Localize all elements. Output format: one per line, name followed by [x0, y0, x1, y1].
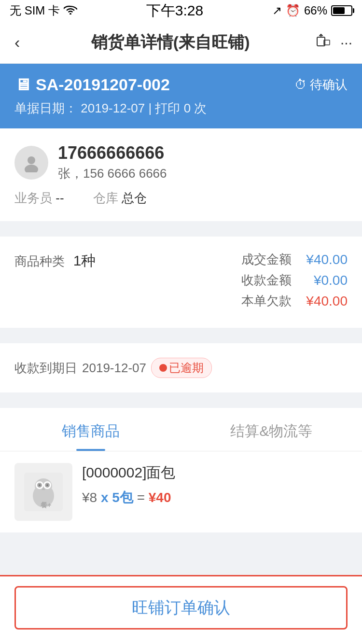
summary-card: 商品种类 1种 成交金额 ¥40.00 收款金额 ¥0.00 本单欠款 ¥40.…: [0, 237, 362, 328]
status-clock-icon: ⏱: [294, 77, 307, 92]
status-text: 待确认: [310, 76, 348, 93]
product-info: [0000002]面包 ¥8 x 5包 = ¥40: [82, 463, 348, 507]
location-icon: ↗: [272, 4, 282, 17]
owed-row: 本单欠款 ¥40.00: [241, 293, 348, 309]
battery-percent: 66%: [304, 4, 327, 17]
overdue-dot-icon: [159, 364, 167, 372]
tab-products[interactable]: 销售商品: [0, 408, 181, 451]
amount-row: 成交金额 ¥40.00: [241, 251, 348, 268]
svg-point-11: [39, 484, 41, 486]
svg-text:餐+: 餐+: [41, 501, 51, 509]
product-total: ¥40: [149, 490, 171, 505]
due-date-row: 收款到期日 2019-12-07 已逾期: [14, 358, 348, 378]
order-id: 🖥 SA-20191207-002: [14, 75, 170, 94]
tabs: 销售商品 结算&物流等: [0, 408, 362, 451]
confirm-btn-wrap: 旺铺订单确认: [0, 575, 362, 644]
customer-phone: 17666666666: [58, 143, 167, 163]
salesperson-field: 业务员 --: [14, 190, 64, 207]
multiply-sign: x: [101, 490, 109, 505]
divider-1: [0, 229, 362, 237]
alarm-icon: ⏰: [286, 4, 300, 17]
amounts-block: 成交金额 ¥40.00 收款金额 ¥0.00 本单欠款 ¥40.00: [241, 251, 348, 313]
divider-3: [0, 400, 362, 408]
due-date-card: 收款到期日 2019-12-07 已逾期: [0, 343, 362, 392]
confirm-button[interactable]: 旺铺订单确认: [14, 586, 348, 630]
customer-name: 张，156 6666 6666: [58, 165, 167, 182]
order-header: 🖥 SA-20191207-002 ⏱ 待确认 单据日期： 2019-12-07…: [0, 64, 362, 128]
back-button[interactable]: ‹: [10, 28, 25, 56]
product-type-field: 商品种类 1种: [14, 251, 96, 271]
product-price: ¥8 x 5包 = ¥40: [82, 489, 348, 507]
product-item: 餐+ [0000002]面包 ¥8 x 5包 = ¥40: [0, 451, 362, 532]
status-time: 下午3:28: [146, 1, 203, 21]
customer-card: 17666666666 张，156 6666 6666 业务员 -- 仓库 总仓: [0, 128, 362, 221]
svg-point-12: [46, 484, 48, 486]
customer-meta: 业务员 -- 仓库 总仓: [14, 190, 348, 207]
battery-icon: [331, 5, 352, 16]
owed-value: ¥40.00: [306, 294, 348, 309]
status-bar: 无 SIM 卡 下午3:28 ↗ ⏰ 66%: [0, 0, 362, 21]
carrier-label: 无 SIM 卡: [10, 3, 60, 18]
order-icon: 🖥: [14, 75, 31, 94]
share-button[interactable]: [316, 33, 331, 51]
order-date: 单据日期： 2019-12-07 | 打印 0 次: [14, 100, 348, 117]
divider-2: [0, 336, 362, 343]
customer-row: 17666666666 张，156 6666 6666: [14, 143, 348, 182]
nav-actions: ···: [316, 33, 352, 51]
received-row: 收款金额 ¥0.00: [241, 272, 348, 289]
more-button[interactable]: ···: [340, 34, 352, 51]
nav-bar: ‹ 销货单详情(来自旺铺) ···: [0, 21, 362, 64]
received-value: ¥0.00: [314, 273, 348, 288]
avatar: [14, 146, 48, 180]
warehouse-field: 仓库 总仓: [93, 190, 147, 207]
due-date-label: 收款到期日: [14, 360, 77, 377]
status-left: 无 SIM 卡: [10, 3, 77, 18]
overdue-text: 已逾期: [169, 360, 204, 376]
svg-point-2: [28, 156, 35, 164]
summary-row: 商品种类 1种 成交金额 ¥40.00 收款金额 ¥0.00 本单欠款 ¥40.…: [14, 251, 348, 313]
overdue-badge: 已逾期: [151, 358, 212, 378]
tab-settlement[interactable]: 结算&物流等: [181, 408, 362, 451]
product-name: [0000002]面包: [82, 463, 348, 483]
status-right: ↗ ⏰ 66%: [272, 4, 352, 17]
due-date-value: 2019-12-07: [82, 361, 146, 376]
wifi-icon: [64, 4, 77, 17]
quantity: 5包: [112, 490, 133, 505]
amount-value: ¥40.00: [306, 252, 348, 267]
page-title: 销货单详情(来自旺铺): [91, 31, 250, 54]
product-image: 餐+: [14, 463, 72, 521]
svg-point-3: [25, 165, 38, 172]
order-status: ⏱ 待确认: [294, 76, 348, 93]
